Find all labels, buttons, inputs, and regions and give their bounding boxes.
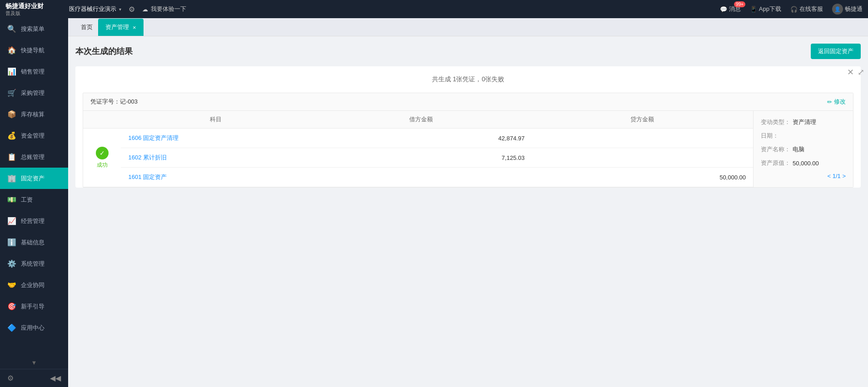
voucher-body: 科目 借方金额 贷方金额 ✓ 成功 1606 固定资产清理 (83, 111, 853, 187)
close-panel-button[interactable]: ✕ (847, 67, 854, 77)
sidebar-item-label: 固定资产 (21, 174, 45, 183)
sidebar-item-label: 总账管理 (21, 153, 45, 161)
top-bar-center: 医疗器械行业演示 ▾ ⚙ ☁ 我要体验一下 (69, 5, 720, 14)
operations-icon: 📈 (7, 217, 16, 225)
phone-icon: 📱 (750, 6, 757, 13)
success-check-icon: ✓ (96, 147, 109, 159)
success-status: ✓ 成功 (83, 129, 121, 187)
headset-icon: 🎧 (790, 6, 798, 13)
voucher-table: 科目 借方金额 贷方金额 ✓ 成功 1606 固定资产清理 (83, 111, 753, 187)
asset-name-row: 资产名称： 电脑 (761, 145, 846, 154)
logo: 畅捷通好业财 普及版 (5, 2, 60, 16)
edit-icon: ✏ (827, 99, 832, 105)
change-type-row: 变动类型： 资产清理 (761, 118, 846, 126)
sidebar-item-label: 库存核算 (21, 110, 45, 119)
sidebar: 🔍搜索菜单🏠快捷导航📊销售管理🛒采购管理📦库存核算💰资金管理📋总账管理🏢固定资产… (0, 18, 68, 387)
experience-button[interactable]: ☁ 我要体验一下 (142, 5, 186, 13)
sidebar-collapse-icon[interactable]: ◀◀ (50, 374, 61, 382)
sidebar-item-label: 经营管理 (21, 217, 45, 225)
tab-home[interactable]: 首页 (75, 19, 98, 36)
asset-original-label: 资产原值： (761, 159, 793, 167)
sidebar-item-guide[interactable]: 🎯新手引导 (0, 296, 68, 317)
sidebar-item-ledger[interactable]: 📋总账管理 (0, 146, 68, 168)
credit-cell: 50,000.00 (532, 168, 753, 187)
debit-cell (311, 168, 532, 187)
page-content: 本次生成的结果 返回固定资产 共生成 1张凭证，0张失败 凭证字号：记-003 … (68, 36, 868, 387)
ledger-icon: 📋 (7, 153, 16, 161)
brand-name: 畅捷通好业财 (5, 2, 60, 10)
sidebar-item-search[interactable]: 🔍搜索菜单 (0, 18, 68, 40)
user-label: 畅捷通 (845, 5, 863, 13)
payroll-icon: 💵 (7, 195, 16, 204)
sidebar-item-quicknav[interactable]: 🏠快捷导航 (0, 40, 68, 61)
tab-close-icon[interactable]: × (133, 24, 136, 31)
return-button[interactable]: 返回固定资产 (811, 44, 861, 59)
cloud-icon: ☁ (142, 6, 148, 13)
chevron-down-icon: ▾ (119, 7, 121, 12)
credit-cell (532, 148, 753, 168)
edition-label: 普及版 (5, 10, 60, 16)
system-icon: ⚙️ (7, 259, 16, 268)
guide-icon: 🎯 (7, 302, 16, 311)
company-selector[interactable]: 医疗器械行业演示 ▾ (69, 5, 121, 13)
enterprise-icon: 🤝 (7, 281, 16, 289)
date-row: 日期： (761, 132, 846, 140)
support-button[interactable]: 🎧 在线客服 (790, 5, 823, 13)
sidebar-item-sales[interactable]: 📊销售管理 (0, 61, 68, 82)
messages-badge: 99+ (734, 1, 745, 7)
app-label: App下载 (759, 5, 781, 13)
app-download-button[interactable]: 📱 App下载 (750, 5, 781, 13)
pagination[interactable]: < 1/1 > (761, 173, 846, 179)
sidebar-item-capital[interactable]: 💰资金管理 (0, 125, 68, 146)
voucher-number: 凭证字号：记-003 (90, 98, 138, 106)
table-row: 1602 累计折旧 7,125.03 (83, 148, 753, 168)
sidebar-item-inventory[interactable]: 📦库存核算 (0, 104, 68, 125)
tab-asset-management[interactable]: 资产管理 × (98, 19, 144, 36)
sidebar-item-basic[interactable]: ℹ️基础信息 (0, 232, 68, 253)
table-row: 1601 固定资产 50,000.00 (83, 168, 753, 187)
edit-button[interactable]: ✏ 修改 (827, 98, 846, 106)
sidebar-item-fixedasset[interactable]: 🏢固定资产 (0, 168, 68, 189)
date-label: 日期： (761, 132, 793, 140)
pagination-prev[interactable]: < (828, 173, 831, 179)
subject-cell: 1606 固定资产清理 (121, 129, 310, 148)
tab-label: 资产管理 (105, 23, 129, 31)
sidebar-scroll-down[interactable]: ▼ (0, 357, 68, 369)
sidebar-item-enterprise[interactable]: 🤝企业协同 (0, 274, 68, 296)
message-icon: 💬 (720, 6, 727, 13)
purchase-icon: 🛒 (7, 89, 16, 97)
expand-panel-button[interactable]: ⤢ (858, 67, 864, 77)
sidebar-item-label: 新手引导 (21, 303, 45, 311)
user-menu[interactable]: 👤 畅捷通 (832, 4, 863, 15)
sidebar-item-purchase[interactable]: 🛒采购管理 (0, 82, 68, 104)
page-title: 本次生成的结果 (75, 46, 133, 57)
summary-text: 共生成 1张凭证，0张失败 (432, 75, 504, 83)
pagination-next[interactable]: > (842, 173, 846, 179)
table-row: ✓ 成功 1606 固定资产清理 42,874.97 (83, 129, 753, 148)
voucher-section: 凭证字号：记-003 ✏ 修改 (83, 93, 853, 188)
subject-cell: 1602 累计折旧 (121, 148, 310, 168)
side-info-panel: 变动类型： 资产清理 日期： 资产名称： 电脑 (753, 111, 853, 187)
basic-icon: ℹ️ (7, 238, 16, 247)
sidebar-item-system[interactable]: ⚙️系统管理 (0, 253, 68, 274)
sidebar-item-label: 快捷导航 (21, 46, 45, 55)
sidebar-item-label: 资金管理 (21, 132, 45, 140)
settings-icon[interactable]: ⚙ (129, 5, 135, 14)
change-type-label: 变动类型： (761, 118, 793, 126)
page-header: 本次生成的结果 返回固定资产 (75, 44, 861, 59)
sidebar-item-appcenter[interactable]: 🔷应用中心 (0, 317, 68, 338)
panel-controls: ✕ ⤢ (843, 64, 868, 81)
user-icon: 👤 (834, 6, 841, 12)
messages-button[interactable]: 💬 消息 99+ (720, 5, 741, 13)
sidebar-item-label: 企业协同 (21, 281, 45, 289)
avatar: 👤 (832, 4, 843, 15)
inventory-icon: 📦 (7, 110, 16, 119)
main-layout: 🔍搜索菜单🏠快捷导航📊销售管理🛒采购管理📦库存核算💰资金管理📋总账管理🏢固定资产… (0, 18, 868, 387)
sidebar-item-label: 搜索菜单 (21, 25, 45, 33)
search-icon: 🔍 (7, 25, 16, 33)
sidebar-item-operations[interactable]: 📈经营管理 (0, 210, 68, 232)
subject-cell: 1601 固定资产 (121, 168, 310, 187)
sidebar-item-label: 工资 (21, 196, 33, 204)
sidebar-settings-icon[interactable]: ⚙ (7, 374, 14, 382)
sidebar-item-payroll[interactable]: 💵工资 (0, 189, 68, 210)
